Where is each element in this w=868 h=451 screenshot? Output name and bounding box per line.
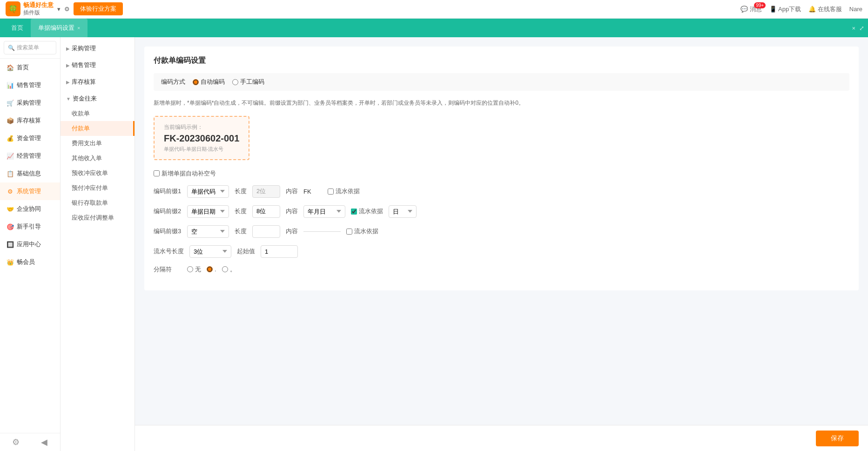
bottom-bar: 保存	[135, 425, 868, 451]
sec-item-receipt[interactable]: 收款单	[61, 106, 135, 121]
message-count: 99+	[754, 2, 766, 8]
prefix2-length-input[interactable]	[252, 205, 280, 218]
tab-bar-close-icon[interactable]: ×	[852, 25, 855, 32]
sep-none-radio[interactable]	[187, 266, 193, 272]
sidebar-item-member[interactable]: 👑 畅会员	[0, 253, 60, 271]
nav-settings-btn[interactable]: ⚙	[64, 6, 70, 13]
prefix1-row: 编码前缀1 单据代码 长度 内容 FK 流水依据	[154, 185, 849, 198]
sidebar-item-basic[interactable]: 📋 基础信息	[0, 165, 60, 182]
prefix2-serial-checkbox[interactable]	[351, 209, 357, 215]
prefix3-serial-checkbox[interactable]	[346, 229, 352, 235]
sidebar-settings-btn[interactable]: ⚙	[4, 437, 28, 447]
top-bar-nav: ▾ ⚙ 体验行业方案	[57, 2, 123, 15]
tab-home[interactable]: 首页	[4, 19, 31, 37]
user-name[interactable]: Nare	[849, 6, 862, 13]
sec-group-sales-header[interactable]: ▶ 销售管理	[61, 58, 135, 73]
trial-btn[interactable]: 体验行业方案	[74, 2, 123, 15]
sec-item-expense[interactable]: 费用支出单	[61, 136, 135, 151]
sep-custom-radio[interactable]	[222, 266, 228, 272]
preview-box: 当前编码示例： FK-20230602-001 单据代码-单据日期-流水号	[154, 116, 249, 160]
auto-encoding-radio[interactable]: 自动编码	[193, 78, 225, 86]
sidebar-nav: 🏠 首页 📊 销售管理 🛒 采购管理 📦 库存核算 💰 资金管理 📈 经	[0, 59, 60, 433]
manual-encoding-radio[interactable]: 手工编码	[232, 78, 264, 86]
sec-item-prepay-recv[interactable]: 预收冲应收单	[61, 166, 135, 181]
prefix3-length-input[interactable]	[252, 225, 280, 238]
sidebar-item-system[interactable]: ⚙ 系统管理	[0, 182, 60, 200]
main-layout: 🔍 搜索菜单 🏠 首页 📊 销售管理 🛒 采购管理 📦 库存核算 💰	[0, 37, 868, 451]
preview-code: FK-20230602-001	[164, 133, 239, 144]
prefix2-label: 编码前缀2	[154, 207, 182, 215]
sidebar-item-operation[interactable]: 📈 经营管理	[0, 147, 60, 165]
top-bar: 🍀 畅通好生意 插件版 ▾ ⚙ 体验行业方案 💬 消息 99+ 📱 App下载 …	[0, 0, 868, 19]
save-button[interactable]: 保存	[816, 431, 859, 446]
sec-group-stock-header[interactable]: ▶ 库存核算	[61, 74, 135, 89]
sec-group-purchase-header[interactable]: ▶ 采购管理	[61, 41, 135, 56]
sec-group-purchase: ▶ 采购管理	[61, 41, 135, 56]
prefix1-serial-check[interactable]: 流水依据	[328, 187, 360, 195]
operation-icon: 📈	[7, 152, 14, 160]
prefix3-serial-check[interactable]: 流水依据	[346, 227, 378, 236]
prefix3-select[interactable]: 空	[187, 225, 229, 238]
nav-arrow-btn[interactable]: ▾	[57, 6, 61, 13]
sidebar-collapse-btn[interactable]: ◀	[32, 437, 57, 447]
sec-item-prepay-pay[interactable]: 预付冲应付单	[61, 181, 135, 195]
serial-start-label: 起始值	[237, 247, 255, 256]
finance-icon: 💰	[7, 135, 14, 142]
serial-start-input[interactable]	[261, 245, 298, 258]
sec-item-ap-adjust[interactable]: 应收应付调整单	[61, 210, 135, 225]
prefix1-content-label: 内容	[286, 187, 298, 195]
prefix2-select[interactable]: 单据日期	[187, 205, 229, 218]
sep-custom-option[interactable]: 。	[222, 265, 236, 274]
prefix1-select[interactable]: 单据代码	[187, 185, 229, 198]
auto-fill-checkbox[interactable]	[154, 170, 160, 176]
serial-row: 流水号长度 3位 起始值	[154, 245, 849, 258]
prefix2-serial-check[interactable]: 流水依据	[351, 207, 383, 215]
sidebar-item-sales[interactable]: 📊 销售管理	[0, 76, 60, 94]
tab-bar: 首页 单据编码设置 × × ⤢	[0, 19, 868, 37]
auto-fill-row: 新增单据自动补空号	[154, 169, 849, 178]
auto-encoding-input[interactable]	[193, 79, 199, 85]
sec-group-stock: ▶ 库存核算	[61, 74, 135, 89]
tab-serial[interactable]: 单据编码设置 ×	[31, 19, 87, 37]
sec-item-other-income[interactable]: 其他收入单	[61, 151, 135, 166]
sep-dot-radio[interactable]	[207, 266, 213, 272]
message-badge[interactable]: 💬 消息 99+	[740, 5, 762, 13]
sales-icon: 📊	[7, 81, 14, 89]
online-service[interactable]: 🔔 在线客服	[808, 5, 842, 13]
prefix2-content-select[interactable]: 年月日	[303, 205, 345, 218]
sep-none-option[interactable]: 无	[187, 265, 201, 274]
sep-dot-option[interactable]: .	[207, 266, 216, 273]
manual-encoding-input[interactable]	[232, 79, 238, 85]
preview-label: 当前编码示例：	[164, 123, 239, 131]
logo-text: 畅通好生意 插件版	[23, 1, 54, 16]
stock-icon: 📦	[7, 117, 14, 124]
sidebar-item-home[interactable]: 🏠 首页	[0, 59, 60, 76]
sec-item-bank-deposit[interactable]: 银行存取款单	[61, 195, 135, 210]
search-menu-btn[interactable]: 🔍 搜索菜单	[4, 41, 56, 54]
prefix1-serial-checkbox[interactable]	[328, 188, 334, 195]
sidebar-item-guide[interactable]: 🎯 新手引导	[0, 218, 60, 236]
prefix3-label: 编码前缀3	[154, 227, 182, 236]
prefix2-content-label: 内容	[286, 207, 298, 215]
sidebar-bottom: ⚙ ◀	[0, 433, 60, 451]
sec-group-sales: ▶ 销售管理	[61, 58, 135, 73]
tab-close-icon[interactable]: ×	[77, 25, 80, 31]
sidebar-item-finance[interactable]: 💰 资金管理	[0, 129, 60, 147]
encoding-method-label: 编码方式	[161, 78, 185, 86]
chevron-right-icon: ▶	[66, 80, 70, 85]
prefix2-period-select[interactable]: 日	[389, 205, 417, 218]
sidebar-item-purchase[interactable]: 🛒 采购管理	[0, 94, 60, 112]
sec-group-capital-header[interactable]: ▼ 资金往来	[61, 91, 135, 106]
sidebar-item-stock[interactable]: 📦 库存核算	[0, 112, 60, 129]
chevron-down-icon: ▼	[66, 96, 71, 101]
serial-length-select[interactable]: 3位	[189, 245, 231, 258]
chevron-right-icon: ▶	[66, 63, 70, 68]
sidebar-item-enterprise[interactable]: 🤝 企业协同	[0, 200, 60, 218]
tab-bar-expand-icon[interactable]: ⤢	[859, 25, 864, 32]
app-download[interactable]: 📱 App下载	[769, 5, 801, 13]
sec-item-payment[interactable]: 付款单	[61, 121, 135, 136]
auto-fill-checkbox-label[interactable]: 新增单据自动补空号	[154, 169, 216, 178]
logo-icon: 🍀	[6, 1, 20, 16]
preview-desc: 单据代码-单据日期-流水号	[164, 146, 239, 153]
sidebar-item-apps[interactable]: 🔲 应用中心	[0, 236, 60, 253]
